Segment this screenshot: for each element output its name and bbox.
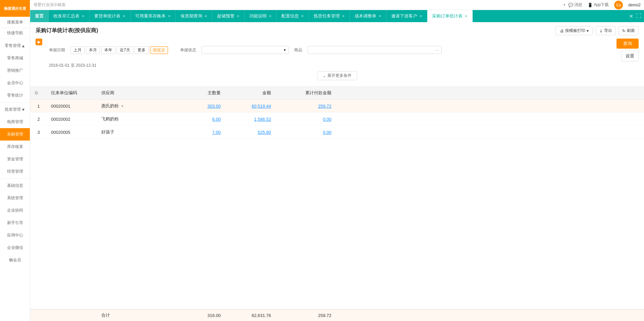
- row-amount[interactable]: 1,586.52: [225, 113, 275, 126]
- tab-chaochu-close[interactable]: ✕: [236, 14, 239, 18]
- row-amount[interactable]: 525.80: [225, 126, 275, 139]
- footer-qty: 316.00: [181, 313, 225, 318]
- tab-yaoqing[interactable]: 邀请下游客户 ✕: [386, 10, 427, 22]
- tab-baozhi-close[interactable]: ✕: [204, 14, 207, 18]
- status-select[interactable]: ▾: [202, 46, 289, 54]
- divider-3: [0, 178, 30, 179]
- tabbar-expand-btn[interactable]: ⛶: [636, 13, 641, 19]
- tab-yaohuodantong[interactable]: 要货单统计表 ✕: [90, 10, 130, 22]
- row-paid[interactable]: 0.00: [275, 113, 335, 126]
- tab-chengben-close[interactable]: ✕: [378, 14, 381, 18]
- sidebar-item-wholesale-label: 批发管理: [5, 107, 21, 112]
- sidebar-item-enterprise[interactable]: 企业协同: [0, 204, 30, 217]
- sidebar-item-operations[interactable]: 经营管理: [0, 165, 30, 178]
- page-actions: 🖨 按模板打印 ▾ ⤓ 导出 ↻ 刷新: [555, 26, 639, 35]
- main-area: 母婴行业演示账套 ▾ 💬 消息 📱 App下载 Ea demo2 首页 收发存汇…: [30, 0, 644, 321]
- date-7days-btn[interactable]: 近7天: [117, 46, 133, 54]
- sidebar-item-finance[interactable]: 资金管理: [0, 153, 30, 165]
- settings-button[interactable]: 设置: [621, 51, 639, 61]
- export-icon: ⤓: [599, 29, 603, 33]
- expand-more-btn[interactable]: ⌄ 展开更多条件: [317, 71, 357, 80]
- filter-toggle-btn[interactable]: ▶: [36, 39, 42, 45]
- sidebar-item-quicknav[interactable]: 快捷导航: [0, 28, 30, 38]
- sidebar-item-appcenter[interactable]: 应用中心: [0, 229, 30, 242]
- sidebar-item-vip[interactable]: 畅会员: [0, 254, 30, 266]
- table-row: 1 00020001 惠氏奶粉 ▾ 303.00 60,519.44 259.7…: [30, 100, 644, 113]
- footer-amount: 62,631.76: [225, 313, 275, 318]
- row-qty[interactable]: 303.00: [181, 100, 225, 113]
- sidebar-item-wechat[interactable]: 企业微信: [0, 242, 30, 254]
- sidebar-item-retail-shop[interactable]: 零售商城: [0, 52, 30, 64]
- tab-peizhi[interactable]: 配置信息 ✕: [277, 10, 309, 22]
- tab-yaoqing-close[interactable]: ✕: [419, 14, 422, 18]
- table-area: ⚙ 往来单位编码 供应商 主数量 金额 累计付款金额 1 00020001 惠氏…: [30, 87, 644, 309]
- sidebar-item-ecommerce[interactable]: 电商管理: [0, 116, 30, 128]
- tab-shoufafahui[interactable]: 收发存汇总表 ✕: [49, 10, 90, 22]
- sidebar-item-retail[interactable]: 零售管理 ▲: [0, 40, 30, 52]
- row-qty[interactable]: 6.00: [181, 113, 225, 126]
- tab-chengben[interactable]: 成本调整单 ✕: [350, 10, 386, 22]
- avatar-initials: Ea: [616, 3, 621, 7]
- tab-keyongliang-close[interactable]: ✕: [168, 14, 171, 18]
- row-amount[interactable]: 60,519.44: [225, 100, 275, 113]
- date-range-text: 2016-01-01 至 2023-12-31: [49, 63, 96, 68]
- tab-shoufafahui-label: 收发存汇总表: [53, 13, 79, 19]
- tab-tuohuo-close[interactable]: ✕: [342, 14, 345, 18]
- export-button[interactable]: ⤓ 导出: [596, 26, 616, 35]
- row-supplier: 飞鹤奶粉: [97, 113, 181, 126]
- sidebar-item-members[interactable]: 会员中心: [0, 77, 30, 89]
- tab-gongneng[interactable]: 功能说明 ✕: [245, 10, 277, 22]
- sidebar-item-appcenter-label: 应用中心: [7, 232, 23, 238]
- app-download-button[interactable]: 📱 App下载: [588, 2, 609, 8]
- tab-keyongliang[interactable]: 可用量库存账本 ✕: [130, 10, 176, 22]
- status-select-arrow: ▾: [284, 48, 286, 52]
- tab-gongneng-close[interactable]: ✕: [269, 14, 272, 18]
- sidebar-item-search[interactable]: 搜索菜单: [0, 17, 30, 28]
- date-custom-btn[interactable]: 自定义: [150, 46, 168, 54]
- tabbar-close-btn[interactable]: ✕: [629, 13, 633, 19]
- tab-baozhi[interactable]: 保质期查询 ✕: [176, 10, 212, 22]
- refresh-button[interactable]: ↻ 刷新: [619, 26, 639, 35]
- sidebar-item-system[interactable]: 系统管理: [0, 192, 30, 204]
- breadcrumb: 母婴行业演示账套: [34, 2, 561, 8]
- tab-peizhi-close[interactable]: ✕: [301, 14, 304, 18]
- tab-chaochu[interactable]: 超储预警 ✕: [212, 10, 245, 22]
- sidebar-item-purchase[interactable]: 采购管理: [0, 128, 30, 141]
- row-paid[interactable]: 259.72: [275, 100, 335, 113]
- date-this-month-btn[interactable]: 本月: [86, 46, 100, 54]
- tab-yaohuodantong-close[interactable]: ✕: [122, 14, 125, 18]
- tab-tuohuo[interactable]: 拣货任务管理 ✕: [309, 10, 350, 22]
- page-header: 采购订单统计表(按供应商) 🖨 按模板打印 ▾ ⤓ 导出 ↻ 刷新: [30, 22, 644, 35]
- sidebar-item-newuser[interactable]: 新手引导: [0, 217, 30, 229]
- tab-caigou-close[interactable]: ✕: [465, 14, 468, 18]
- sidebar-item-wechat-label: 企业微信: [7, 245, 23, 251]
- row-paid[interactable]: 0.00: [275, 126, 335, 139]
- goods-input-more[interactable]: ···: [435, 48, 439, 52]
- print-label: 按模板打印: [565, 28, 585, 34]
- date-more-btn[interactable]: 更多: [135, 46, 149, 54]
- goods-input[interactable]: ···: [308, 46, 442, 54]
- sidebar-item-inventory[interactable]: 库存核算: [0, 141, 30, 153]
- print-button[interactable]: 🖨 按模板打印 ▾: [555, 26, 593, 35]
- sidebar-item-basic[interactable]: 基础信息: [0, 179, 30, 192]
- date-this-year-btn[interactable]: 本年: [101, 46, 115, 54]
- phone-icon: 📱: [588, 3, 593, 7]
- query-button[interactable]: 查询: [616, 39, 639, 49]
- message-button[interactable]: 💬 消息: [568, 2, 582, 8]
- sidebar-item-marketing[interactable]: 营销推广: [0, 64, 30, 77]
- sidebar-item-wholesale[interactable]: 批发管理 ▼: [0, 103, 30, 116]
- row-idx: 2: [30, 113, 47, 126]
- tab-shoufafahui-close[interactable]: ✕: [82, 14, 85, 18]
- col-code-header: 往来单位编码: [47, 87, 97, 100]
- date-quick-buttons: 上月 本月 本年 近7天 更多 自定义: [70, 46, 168, 54]
- row-extra: [335, 113, 644, 126]
- tab-gongneng-label: 功能说明: [249, 13, 267, 19]
- row-qty[interactable]: 7.00: [181, 126, 225, 139]
- table-settings-icon[interactable]: ⚙: [34, 90, 39, 96]
- sidebar-item-retail-stats[interactable]: 零售统计: [0, 89, 30, 102]
- sidebar-item-inventory-label: 库存核算: [7, 144, 23, 150]
- date-last-month-btn[interactable]: 上月: [70, 46, 85, 54]
- tab-caigou[interactable]: 采购订单统计表 ✕: [427, 10, 473, 22]
- data-table: ⚙ 往来单位编码 供应商 主数量 金额 累计付款金额 1 00020001 惠氏…: [30, 87, 644, 139]
- tab-home[interactable]: 首页: [30, 10, 49, 22]
